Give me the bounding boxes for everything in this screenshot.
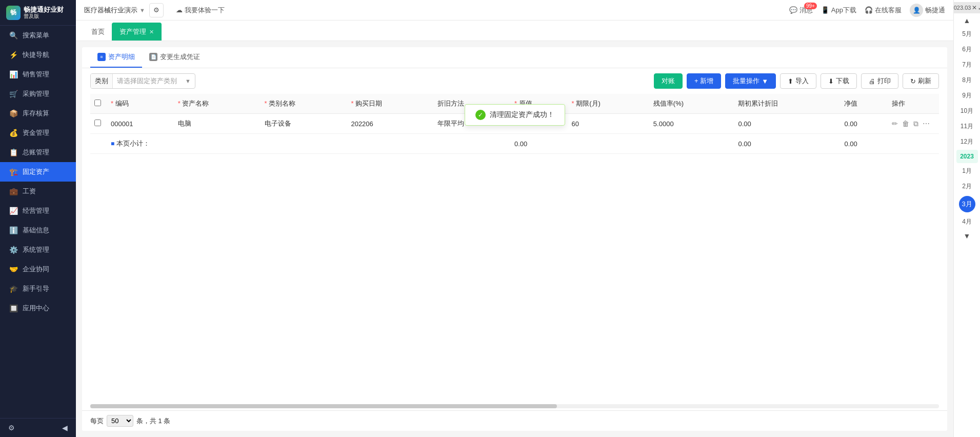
asset-detail-tab-icon: ≡	[97, 53, 106, 61]
collapse-icon[interactable]: ◀	[62, 424, 68, 432]
print-button[interactable]: 🖨 打印	[861, 73, 898, 89]
row-period: 60	[568, 114, 649, 134]
subtotal-original: 0.00	[510, 134, 568, 154]
app-download-button[interactable]: 📱 App下载	[821, 6, 856, 15]
voucher-gen-label: 变更生成凭证	[160, 52, 200, 62]
main-container: 医疗器械行业演示 ▼ ⚙ ☁ 我要体验一下 💬 消息 99+ 📱 App下载 🎧…	[76, 0, 953, 437]
table-footer: 每页 50 100 200 条，共 1 条	[82, 410, 947, 431]
cloud-icon: ☁	[176, 6, 183, 14]
per-page-select[interactable]: 50 100 200	[107, 415, 133, 427]
calendar-month[interactable]: 10月	[956, 104, 978, 118]
row-checkbox[interactable]	[90, 114, 107, 134]
new-button[interactable]: + 新增	[687, 73, 721, 89]
app-edition: 普及版	[24, 13, 64, 19]
calendar-month[interactable]: 3月	[959, 196, 975, 212]
tab-close-icon[interactable]: ✕	[149, 29, 154, 35]
sidebar-item-guide[interactable]: 🎓新手引导	[0, 279, 76, 299]
header-code: 编码	[107, 94, 174, 114]
sales-icon: 📊	[8, 70, 18, 78]
category-filter[interactable]: 类别 请选择固定资产类别 ▼	[90, 73, 195, 89]
calendar-month[interactable]: 8月	[956, 73, 978, 88]
experience-label: 我要体验一下	[185, 6, 225, 15]
tab-asset-management[interactable]: 资产管理 ✕	[112, 23, 162, 41]
experience-button[interactable]: ☁ 我要体验一下	[176, 6, 225, 15]
batch-button[interactable]: 批量操作 ▼	[725, 73, 776, 89]
sidebar-item-payroll[interactable]: 💼工资	[0, 182, 76, 201]
mobile-icon: 📱	[821, 6, 829, 14]
download-button[interactable]: ⬇ 下载	[821, 73, 857, 89]
topbar-right: 💬 消息 99+ 📱 App下载 🎧 在线客服 👤 畅捷通	[789, 4, 945, 17]
pagination: 每页 50 100 200 条，共 1 条	[90, 415, 170, 427]
company-name: 医疗器械行业演示	[84, 6, 137, 15]
total-label: 条，共 1 条	[136, 416, 170, 426]
calendar-month[interactable]: 11月	[956, 119, 978, 134]
tab-asset-detail[interactable]: ≡ 资产明细	[90, 47, 142, 68]
import-button[interactable]: ⬆ 导入	[780, 73, 816, 89]
calendar-down-icon[interactable]: ▼	[962, 230, 973, 242]
sidebar-item-basic-info[interactable]: ℹ️基础信息	[0, 221, 76, 240]
row-name: 电脑	[174, 114, 261, 134]
calendar-year[interactable]: 2023	[956, 150, 978, 163]
sidebar-item-ledger[interactable]: 📋总账管理	[0, 143, 76, 162]
header-name: 资产名称	[174, 94, 261, 114]
toolbar-left: 类别 请选择固定资产类别 ▼	[90, 73, 195, 89]
sidebar-item-apps[interactable]: 🔲应用中心	[0, 299, 76, 318]
header-net-value: 净值	[840, 94, 888, 114]
edit-icon[interactable]: ✏	[892, 120, 898, 128]
right-sidebar: 2023.03 ✕ ⤢ ▲ 5月6月7月8月9月10月11月12月20231月2…	[953, 0, 980, 437]
calendar-month[interactable]: 7月	[956, 57, 978, 72]
sidebar-item-purchase[interactable]: 🛒采购管理	[0, 84, 76, 104]
calendar-month[interactable]: 4月	[956, 214, 978, 229]
toolbar-right: 对账 + 新增 批量操作 ▼ ⬆ 导入 ⬇ 下载 🖨	[654, 73, 939, 89]
sidebar-item-quick-nav[interactable]: ⚡快捷导航	[0, 45, 76, 65]
asset-detail-label: 资产明细	[108, 52, 135, 62]
tabs-bar: 首页 资产管理 ✕	[76, 21, 953, 41]
sidebar-bottom: ⚙ ◀	[0, 418, 76, 437]
refresh-button[interactable]: ↻ 刷新	[903, 73, 939, 89]
tab-home[interactable]: 首页	[84, 23, 112, 41]
app-download-label: App下载	[831, 6, 856, 15]
user-avatar: 👤	[910, 4, 923, 17]
calendar-close-icon[interactable]: ✕	[972, 4, 977, 11]
sidebar-item-enterprise[interactable]: 🤝企业协同	[0, 260, 76, 279]
calendar-header[interactable]: 2023.03 ✕ ⤢	[954, 2, 980, 13]
calendar-month[interactable]: 9月	[956, 88, 978, 103]
subtotal-row: ■ 本页小计： 0.00 0.00 0.00	[90, 134, 939, 154]
more-icon[interactable]: ⋯	[923, 120, 930, 128]
delete-icon[interactable]: 🗑	[902, 120, 909, 128]
sidebar-item-inventory[interactable]: 📦库存核算	[0, 104, 76, 123]
calendar-expand-icon[interactable]: ⤢	[978, 4, 980, 11]
calendar-month[interactable]: 2月	[956, 179, 978, 194]
calendar-month[interactable]: 6月	[956, 42, 978, 57]
row-action: ✏ 🗑 ⧉ ⋯	[888, 114, 939, 134]
select-all-checkbox[interactable]	[94, 100, 101, 106]
settings-icon[interactable]: ⚙	[8, 424, 15, 432]
sidebar-item-operations[interactable]: 📈经营管理	[0, 201, 76, 221]
voucher-gen-tab-icon: 📄	[149, 53, 157, 61]
user-name: 畅捷通	[925, 6, 945, 15]
table-scrollbar[interactable]	[90, 404, 939, 408]
online-service-button[interactable]: 🎧 在线客服	[865, 6, 902, 15]
copy-icon[interactable]: ⧉	[913, 120, 918, 128]
account-button[interactable]: 对账	[654, 73, 683, 89]
sidebar-item-sales[interactable]: 📊销售管理	[0, 65, 76, 84]
sidebar-item-capital[interactable]: 💰资金管理	[0, 123, 76, 143]
ledger-icon: 📋	[8, 148, 18, 156]
company-selector[interactable]: 医疗器械行业演示 ▼	[84, 6, 145, 15]
filter-label: 类别	[91, 74, 113, 88]
calendar-month[interactable]: 12月	[956, 134, 978, 149]
row-code: 000001	[107, 114, 174, 134]
sidebar-item-system[interactable]: ⚙️系统管理	[0, 240, 76, 260]
user-menu[interactable]: 👤 畅捷通	[910, 4, 945, 17]
message-button[interactable]: 💬 消息 99+	[789, 6, 813, 15]
guide-icon: 🎓	[8, 285, 18, 293]
sidebar-item-fixed-assets[interactable]: 🏗️固定资产	[0, 162, 76, 182]
calendar-month[interactable]: 5月	[956, 27, 978, 42]
toast-message: 清理固定资产成功！	[490, 110, 554, 120]
gear-button[interactable]: ⚙	[149, 3, 164, 17]
calendar-up-icon[interactable]: ▲	[962, 14, 973, 27]
calendar-month[interactable]: 1月	[956, 164, 978, 178]
tab-voucher-gen[interactable]: 📄 变更生成凭证	[142, 47, 207, 68]
basic-info-icon: ℹ️	[8, 226, 18, 234]
sidebar-item-search[interactable]: 🔍搜索菜单	[0, 26, 76, 45]
